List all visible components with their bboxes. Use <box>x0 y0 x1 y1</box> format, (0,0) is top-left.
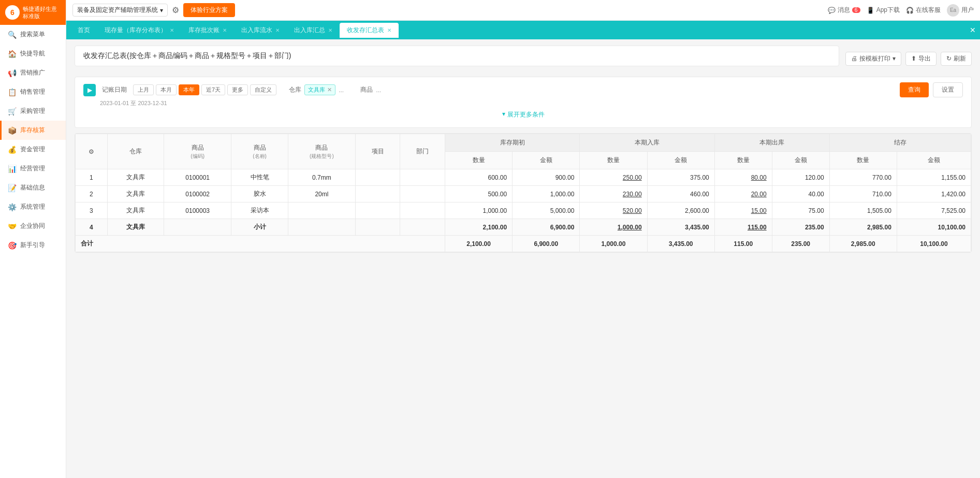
system-selector[interactable]: 装备及固定资产辅助管理系统 ▾ <box>72 4 168 17</box>
row-0-col-13: 770.00 <box>829 169 897 186</box>
col-spec: 商品(规格型号) <box>288 134 355 169</box>
settings-button[interactable]: 设置 <box>933 82 963 97</box>
link-row-0-col-11[interactable]: 80.00 <box>751 174 767 181</box>
row-3-col-9[interactable]: 1,000.00 <box>580 219 647 236</box>
data-table: ⚙ 仓库 商品(编码) 商品(名称) 商品(规格型号) 项目 部门 库存期初 本… <box>75 133 972 253</box>
date-btn-more[interactable]: 更多 <box>227 84 248 95</box>
row-2-col-2: 0100003 <box>164 202 231 219</box>
tab-recv-send[interactable]: 收发存汇总表✕ <box>340 23 399 38</box>
row-1-col-3: 胶水 <box>231 186 288 202</box>
row-2-col-8: 5,000.00 <box>513 202 580 219</box>
print-template-button[interactable]: 🖨 按模板打印 ▾ <box>845 52 901 66</box>
tab-close-stock-dist[interactable]: ✕ <box>170 27 174 33</box>
footer-in-qty: 1,000.00 <box>580 236 647 252</box>
date-btn-cur-year[interactable]: 本年 <box>179 84 199 95</box>
goods-filter-label: 商品 <box>360 85 373 94</box>
row-2-col-11[interactable]: 15.00 <box>714 202 772 219</box>
headset-icon: 🎧 <box>906 7 914 14</box>
refresh-button[interactable]: ↻ 刷新 <box>941 52 972 66</box>
date-btn-prev-month[interactable]: 上月 <box>133 84 154 95</box>
row-3-col-3: 小计 <box>231 219 288 236</box>
tab-home[interactable]: 首页 <box>70 23 97 38</box>
sidebar-logo: 6 <box>5 5 20 20</box>
row-0-col-9[interactable]: 250.00 <box>580 169 647 186</box>
link-row-1-col-9[interactable]: 230.00 <box>623 191 642 198</box>
warehouse-tag-close[interactable]: ✕ <box>327 86 332 93</box>
tab-close-inout-summary[interactable]: ✕ <box>328 27 332 33</box>
link-row-3-col-11[interactable]: 115.00 <box>748 224 767 231</box>
tab-close-inout-flow[interactable]: ✕ <box>275 27 280 33</box>
tab-stock-dist[interactable]: 现存量（库存分布表）✕ <box>97 23 181 38</box>
link-row-1-col-11[interactable]: 20.00 <box>751 191 767 198</box>
row-3-col-14: 10,100.00 <box>897 219 971 236</box>
close-all-tabs-button[interactable]: ✕ <box>970 26 976 34</box>
tab-inout-summary[interactable]: 出入库汇总✕ <box>287 23 340 38</box>
app-download-action[interactable]: 📱 App下载 <box>867 6 900 15</box>
sidebar-item-guide[interactable]: 🎯新手引导 <box>0 236 66 255</box>
sidebar-item-label-system: 系统管理 <box>20 202 45 211</box>
row-3-col-8: 6,900.00 <box>513 219 580 236</box>
tab-close-batch[interactable]: ✕ <box>223 27 227 33</box>
tab-inout-flow[interactable]: 出入库流水✕ <box>234 23 287 38</box>
sidebar-item-enterprise[interactable]: 🤝企业协同 <box>0 216 66 236</box>
footer-label: 合计 <box>76 236 445 252</box>
table-row: 1文具库0100001中性笔0.7mm600.00900.00250.00375… <box>76 169 971 186</box>
query-button[interactable]: 查询 <box>900 82 929 97</box>
user-action[interactable]: Ea 用户 <box>947 4 974 17</box>
row-1-col-9[interactable]: 230.00 <box>580 186 647 202</box>
footer-open-qty: 2,100.00 <box>445 236 513 252</box>
sidebar-header: 6 畅捷通好生意 标准版 <box>0 0 66 25</box>
row-3-col-10: 3,435.00 <box>647 219 714 236</box>
sidebar-item-finance[interactable]: 💰资金管理 <box>0 140 66 159</box>
link-row-2-col-9[interactable]: 520.00 <box>623 207 642 214</box>
topbar-actions: 💬 消息 6 📱 App下载 🎧 在线客服 Ea 用户 <box>828 4 974 17</box>
goods-more[interactable]: ... <box>376 86 381 94</box>
row-2-col-9[interactable]: 520.00 <box>580 202 647 219</box>
sidebar-item-marketing[interactable]: 📢营销推广 <box>0 63 66 82</box>
gear-icon[interactable]: ⚙ <box>172 5 179 15</box>
date-shortcuts: 上月 本月 本年 近7天 更多 自定义 <box>133 84 276 95</box>
date-btn-7days[interactable]: 近7天 <box>201 84 225 95</box>
col-settings[interactable]: ⚙ <box>76 134 108 169</box>
row-1-col-11[interactable]: 20.00 <box>714 186 772 202</box>
sidebar-item-search[interactable]: 🔍搜索菜单 <box>0 25 66 44</box>
export-button[interactable]: ⬆ 导出 <box>905 52 937 66</box>
sidebar-item-quicknav[interactable]: 🏠快捷导航 <box>0 44 66 63</box>
nav-icon-quicknav: 🏠 <box>8 50 16 58</box>
row-3-col-11[interactable]: 115.00 <box>714 219 772 236</box>
filter-toggle-button[interactable]: ▶ <box>83 84 96 96</box>
nav-icon-inventory: 📦 <box>8 126 16 135</box>
row-1-col-4: 20ml <box>288 186 355 202</box>
expand-conditions-button[interactable]: ▾ 展开更多条件 <box>83 107 963 122</box>
row-0-col-11[interactable]: 80.00 <box>714 169 772 186</box>
footer-bal-amt: 10,100.00 <box>897 236 971 252</box>
table-header-row-1: ⚙ 仓库 商品(编码) 商品(名称) 商品(规格型号) 项目 部门 库存期初 本… <box>76 134 971 152</box>
tab-batch[interactable]: 库存批次账✕ <box>181 23 234 38</box>
link-row-2-col-11[interactable]: 15.00 <box>751 207 767 214</box>
row-1-col-7: 500.00 <box>445 186 513 202</box>
main-area: 装备及固定资产辅助管理系统 ▾ ⚙ 体验行业方案 💬 消息 6 📱 App下载 … <box>66 0 980 478</box>
sidebar-item-inventory[interactable]: 📦库存核算 <box>0 121 66 140</box>
date-btn-cur-month[interactable]: 本月 <box>156 84 177 95</box>
filter-area: ▶ 记账日期 上月 本月 本年 近7天 更多 自定义 仓库 文具库 <box>75 77 972 128</box>
link-row-3-col-9[interactable]: 1,000.00 <box>618 224 642 231</box>
content-area: 收发存汇总表(按仓库＋商品编码＋商品＋规格型号＋项目＋部门) 🖨 按模板打印 ▾… <box>66 39 980 478</box>
online-service-action[interactable]: 🎧 在线客服 <box>906 6 941 15</box>
date-btn-custom[interactable]: 自定义 <box>250 84 276 95</box>
col-in-amt: 金额 <box>647 152 714 169</box>
col-dept: 部门 <box>400 134 445 169</box>
warehouse-tag[interactable]: 文具库 ✕ <box>304 84 335 95</box>
sidebar-item-basic[interactable]: 📝基础信息 <box>0 178 66 197</box>
tab-close-recv-send[interactable]: ✕ <box>387 27 391 33</box>
sidebar-item-operations[interactable]: 📊经营管理 <box>0 159 66 178</box>
row-0-col-7: 600.00 <box>445 169 513 186</box>
message-action[interactable]: 💬 消息 6 <box>828 6 860 15</box>
warehouse-more[interactable]: ... <box>339 86 344 94</box>
row-1-col-2: 0100002 <box>164 186 231 202</box>
sidebar-item-system[interactable]: ⚙️系统管理 <box>0 197 66 216</box>
trial-button[interactable]: 体验行业方案 <box>183 3 235 17</box>
sidebar-item-purchase[interactable]: 🛒采购管理 <box>0 102 66 121</box>
sidebar-item-sales[interactable]: 📋销售管理 <box>0 82 66 102</box>
link-row-0-col-9[interactable]: 250.00 <box>623 174 642 181</box>
sidebar-item-label-inventory: 库存核算 <box>20 126 45 135</box>
